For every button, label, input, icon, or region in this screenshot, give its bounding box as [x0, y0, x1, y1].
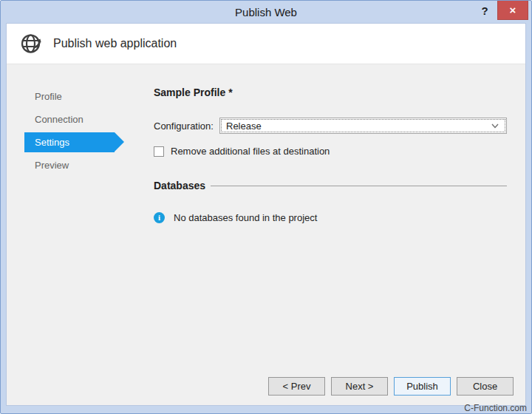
- close-icon: ×: [510, 4, 516, 16]
- dialog-surface: Publish web application Profile Connecti…: [6, 23, 526, 406]
- help-button[interactable]: ?: [472, 1, 497, 20]
- wizard-steps-sidebar: Profile Connection Settings Preview: [7, 64, 154, 405]
- databases-section-header: Databases: [154, 180, 507, 191]
- configuration-value: Release: [226, 121, 491, 132]
- watermark: C-Function.com: [464, 403, 527, 413]
- profile-title: Sample Profile *: [154, 86, 507, 98]
- publish-button[interactable]: Publish: [394, 377, 451, 396]
- configuration-label: Configuration:: [154, 121, 219, 132]
- configuration-row: Configuration: Release: [154, 118, 507, 134]
- remove-files-label: Remove additional files at destination: [171, 146, 330, 157]
- chevron-down-icon: [491, 123, 499, 129]
- footer-buttons: < Prev Next > Publish Close: [268, 377, 514, 396]
- sidebar-item-profile[interactable]: Profile: [7, 86, 154, 106]
- dialog-header: Publish web application: [7, 24, 525, 64]
- remove-files-checkbox[interactable]: [154, 146, 164, 157]
- info-icon: i: [154, 212, 165, 223]
- dropdown-focus-rect: Release: [221, 119, 505, 132]
- databases-info-row: i No databases found in the project: [154, 212, 507, 223]
- sidebar-item-connection[interactable]: Connection: [7, 109, 154, 129]
- publish-web-window: Publish Web ? × Publish web application: [0, 0, 532, 414]
- dialog-body: Profile Connection Settings Preview Samp…: [7, 64, 525, 405]
- settings-panel: Sample Profile * Configuration: Release: [154, 64, 525, 405]
- configuration-dropdown[interactable]: Release: [219, 118, 507, 134]
- sidebar-item-preview[interactable]: Preview: [7, 155, 154, 175]
- titlebar-controls: ? ×: [472, 1, 528, 20]
- next-button[interactable]: Next >: [331, 377, 388, 396]
- dialog-header-title: Publish web application: [53, 37, 177, 50]
- prev-button[interactable]: < Prev: [268, 377, 325, 396]
- globe-publish-icon: [20, 32, 44, 55]
- close-button[interactable]: ×: [497, 1, 528, 20]
- databases-title: Databases: [154, 180, 205, 191]
- sidebar-item-settings[interactable]: Settings: [24, 132, 115, 152]
- window-title: Publish Web: [235, 6, 297, 18]
- databases-message: No databases found in the project: [174, 212, 317, 223]
- databases-divider: [211, 186, 507, 186]
- titlebar[interactable]: Publish Web ? ×: [1, 1, 531, 23]
- remove-files-row: Remove additional files at destination: [154, 146, 507, 157]
- close-dialog-button[interactable]: Close: [457, 377, 514, 396]
